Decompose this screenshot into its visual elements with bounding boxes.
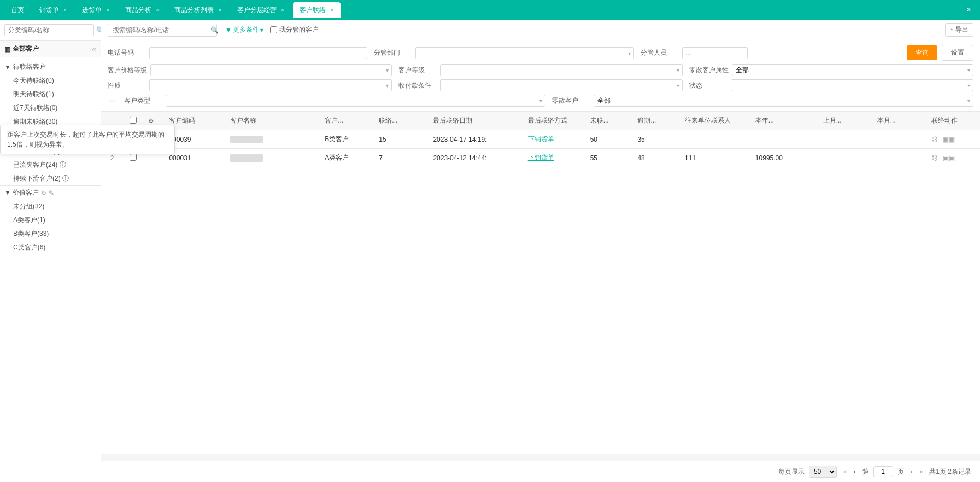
payment-select[interactable] xyxy=(440,79,683,91)
tree-item-class-b[interactable]: B类客户(33) xyxy=(0,227,101,241)
search-input[interactable] xyxy=(108,24,217,37)
nav-purchase[interactable]: 进货单 × xyxy=(75,2,116,18)
retail-select[interactable]: 全部 xyxy=(594,95,973,107)
dept-select[interactable] xyxy=(415,47,633,59)
chevron-down-icon: ▾ xyxy=(260,26,263,34)
sidebar-search-icon[interactable]: 🔍 xyxy=(96,26,101,34)
tree-item-declining[interactable]: 持续下滑客户(2) ⓘ xyxy=(0,172,101,185)
method-link[interactable]: 下销货单 xyxy=(528,154,554,161)
select-all-checkbox[interactable] xyxy=(130,117,137,124)
cell-overdue: 35 xyxy=(632,130,679,149)
first-page-button[interactable]: « xyxy=(841,467,849,477)
tree-item-class-a[interactable]: A类客户(1) xyxy=(0,213,101,227)
per-page-label: 每页显示 xyxy=(778,467,805,477)
page-number-input[interactable] xyxy=(873,466,893,477)
top-navigation: 首页 销货单 × 进货单 × 商品分析 × 商品分析列表 × 客户分层经营 × … xyxy=(0,0,980,20)
nav-purchase-close[interactable]: × xyxy=(106,7,109,13)
cust-level-select[interactable] xyxy=(440,64,683,76)
filter-bar: 🔍 ▼ 更多条件 ▾ 我分管的客户 ↑ 导出 xyxy=(101,20,980,40)
table-settings-icon[interactable]: ⚙ xyxy=(148,117,154,125)
my-customers-checkbox[interactable]: 我分管的客户 xyxy=(270,25,319,34)
filter-cust-type: 客户类型 ▾ xyxy=(124,95,545,107)
export-icon: ↑ xyxy=(950,26,953,34)
col-header-name: 客户名称 xyxy=(225,112,319,130)
action-qr-icon[interactable]: ▣▣ xyxy=(943,136,955,143)
cell-thisyear xyxy=(750,130,818,149)
tree-item-churned[interactable]: 已流失客户(24) ⓘ xyxy=(0,158,101,172)
main-layout: 🔍 ▦ 全部客户 « ▼ 待联络客户 今天待联络(0) 明天待联络(1) 近7天… xyxy=(0,20,980,482)
more-conditions-button[interactable]: ▼ 更多条件 ▾ xyxy=(225,25,263,34)
action-link-icon[interactable]: ⛓ xyxy=(931,136,938,143)
edit-icon[interactable]: ✎ xyxy=(49,189,54,197)
per-page-select[interactable]: 20 50 100 xyxy=(809,466,837,478)
nav-sales[interactable]: 销货单 × xyxy=(33,2,73,18)
row-checkbox[interactable] xyxy=(130,154,137,161)
nav-analysis-list-close[interactable]: × xyxy=(218,7,221,13)
sidebar-header: ▦ 全部客户 « xyxy=(0,41,101,57)
nav-analysis-list[interactable]: 商品分析列表 × xyxy=(168,2,228,18)
cell-lastmonth xyxy=(818,130,872,149)
phone-input[interactable] xyxy=(149,47,367,59)
cell-name xyxy=(225,130,319,149)
horizontal-scrollbar[interactable] xyxy=(101,454,980,461)
tree-item-ungroup[interactable]: 未分组(32) xyxy=(0,200,101,213)
sidebar-search-area: 🔍 xyxy=(0,20,101,41)
price-level-select[interactable] xyxy=(150,64,392,76)
sidebar-collapse-button[interactable]: « xyxy=(92,45,96,54)
refresh-icon[interactable]: ↻ xyxy=(41,189,46,197)
nav-sales-close[interactable]: × xyxy=(63,7,67,13)
action-qr-icon[interactable]: ▣▣ xyxy=(943,154,955,162)
action-link-icon[interactable]: ⛓ xyxy=(931,154,938,162)
gender-select[interactable] xyxy=(149,79,392,91)
all-customers-label: ▦ 全部客户 xyxy=(4,44,39,54)
method-link[interactable]: 下销货单 xyxy=(528,135,554,143)
nav-home-label: 首页 xyxy=(11,5,24,15)
person-input[interactable] xyxy=(682,47,748,59)
sidebar-search-input[interactable] xyxy=(4,24,94,36)
data-table-wrapper[interactable]: ⚙ 客户编码 客户名称 客户... 联络... 最后联络日期 最后联络方式 未联… xyxy=(101,112,980,454)
value-customers-label[interactable]: ▼ 价值客户 xyxy=(4,188,39,198)
prev-page-button[interactable]: ‹ xyxy=(852,467,858,477)
col-header-thismonth: 本月... xyxy=(872,112,926,130)
col-header-date: 最后联络日期 xyxy=(427,112,522,130)
nav-analysis[interactable]: 商品分析 × xyxy=(119,2,166,18)
query-button[interactable]: 查询 xyxy=(907,45,937,60)
tree-item-today[interactable]: 今天待联络(0) xyxy=(0,74,101,88)
last-page-button[interactable]: » xyxy=(917,467,925,477)
table-header-row: ⚙ 客户编码 客户名称 客户... 联络... 最后联络日期 最后联络方式 未联… xyxy=(101,112,980,130)
more-dots-button[interactable]: ··· xyxy=(108,97,118,104)
cust-type-label: 客户类型 xyxy=(124,96,162,106)
next-page-button[interactable]: › xyxy=(908,467,915,477)
cell-company: 111 xyxy=(679,149,750,167)
more-conditions-label: 更多条件 xyxy=(233,25,259,34)
cust-type-select[interactable] xyxy=(166,95,545,107)
cell-method: 下销货单 xyxy=(523,149,585,167)
filter-price-level: 客户价格等级 ▾ xyxy=(108,64,392,76)
settings-button[interactable]: 设置 xyxy=(942,45,973,61)
nav-home[interactable]: 首页 xyxy=(4,2,31,18)
tooltip-box: 距客户上次交易时长，超过了此客户的平均交易周期的1.5倍，则视为异常。 xyxy=(101,125,175,154)
total-records-label: 共1页 2条记录 xyxy=(929,467,971,477)
filter-search-icon[interactable]: 🔍 xyxy=(210,26,219,34)
nav-customer-contact-close[interactable]: × xyxy=(330,7,333,13)
col-header-type: 客户... xyxy=(319,112,373,130)
nav-customer-mgmt[interactable]: 客户分层经营 × xyxy=(231,2,291,18)
close-all-button[interactable]: × xyxy=(962,3,976,17)
my-customers-check[interactable] xyxy=(270,26,277,33)
nav-customer-mgmt-close[interactable]: × xyxy=(281,7,284,13)
tree-item-tomorrow[interactable]: 明天待联络(1) xyxy=(0,88,101,101)
nav-customer-contact[interactable]: 客户联络 × xyxy=(293,2,340,18)
tree-group-pending[interactable]: ▼ 待联络客户 xyxy=(0,60,101,74)
col-header-unreached: 未联... xyxy=(585,112,632,130)
nav-analysis-close[interactable]: × xyxy=(156,7,159,13)
cell-name xyxy=(225,149,319,167)
tree-item-7days[interactable]: 近7天待联络(0) xyxy=(0,101,101,115)
status-select[interactable] xyxy=(731,79,973,91)
tree-item-class-c[interactable]: C类客户(6) xyxy=(0,241,101,254)
filter-dept: 分管部门 ▾ xyxy=(374,47,633,59)
sidebar: 🔍 ▦ 全部客户 « ▼ 待联络客户 今天待联络(0) 明天待联络(1) 近7天… xyxy=(0,20,101,482)
export-button[interactable]: ↑ 导出 xyxy=(945,23,973,37)
cell-contact: 7 xyxy=(373,149,427,167)
retail-attr-select[interactable]: 全部 xyxy=(732,64,973,76)
sidebar-value-customers: ▼ 价值客户 ↻ ✎ xyxy=(0,185,101,200)
